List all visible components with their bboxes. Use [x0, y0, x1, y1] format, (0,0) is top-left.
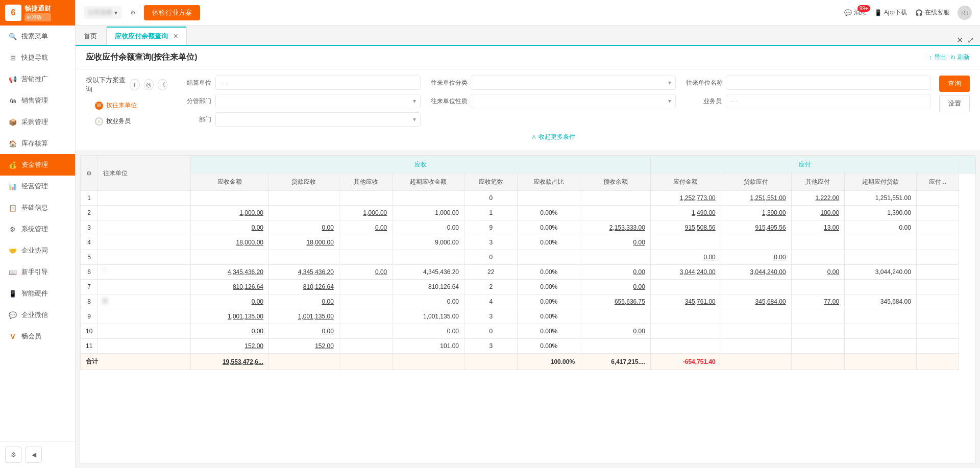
settlement-input[interactable]: ···: [215, 76, 421, 90]
table-cell[interactable]: 1,252,773.00: [650, 191, 721, 206]
table-cell[interactable]: 345,761.00: [650, 294, 721, 309]
table-cell[interactable]: 152.00: [191, 339, 269, 354]
table-cell[interactable]: 655,636.75: [580, 294, 651, 309]
sidebar-item-system[interactable]: ⚙ 系统管理: [0, 218, 75, 240]
sidebar-item-guide[interactable]: 📖 新手引导: [0, 261, 75, 283]
tab-expand-icon[interactable]: ⤢: [967, 35, 974, 45]
table-cell: [791, 309, 844, 324]
sidebar-item-quick[interactable]: ⊞ 快捷导航: [0, 47, 75, 68]
partner-name-label: 往来单位名称: [686, 79, 722, 87]
table-cell[interactable]: 1,490.00: [650, 206, 721, 220]
user-avatar[interactable]: Rit: [958, 6, 972, 20]
table-cell[interactable]: 0.00: [268, 220, 339, 235]
table-cell: 9: [464, 220, 518, 235]
sidebar-item-marketing[interactable]: 📢 营销推广: [0, 68, 75, 90]
promo-button[interactable]: 体验行业方案: [144, 5, 200, 20]
settings-button[interactable]: ⚙: [5, 447, 21, 463]
sub-dept-input[interactable]: ▾: [215, 112, 421, 127]
sidebar-item-finance[interactable]: 💰 资金管理: [0, 154, 75, 176]
table-cell[interactable]: 915,508.56: [650, 220, 721, 235]
table-row: 30.000.000.000.0090.00%2,153,333.00915,5…: [81, 220, 975, 235]
table-cell[interactable]: 0.00: [191, 324, 269, 339]
table-cell[interactable]: 0.00: [580, 265, 651, 280]
table-cell[interactable]: 0.00: [580, 235, 651, 250]
dept-input[interactable]: ▾: [215, 94, 421, 108]
sidebar-item-enterprise[interactable]: 🤝 企业协同: [0, 240, 75, 261]
export-button[interactable]: ↑ 导出: [929, 53, 946, 62]
table-cell[interactable]: 152.00: [268, 339, 339, 354]
table-settings-col[interactable]: ⚙: [81, 156, 98, 191]
table-cell[interactable]: 0.00: [721, 250, 791, 265]
partner-category-input[interactable]: ▾: [471, 76, 676, 90]
sidebar-item-wechat[interactable]: 💬 企业微信: [0, 304, 75, 326]
table-cell[interactable]: 0.00: [339, 220, 392, 235]
sidebar-item-purchase[interactable]: 📦 采购管理: [0, 111, 75, 133]
query-button[interactable]: 查询: [939, 76, 970, 92]
filter-collapse-button[interactable]: 《: [158, 79, 167, 90]
salesman-input[interactable]: ···: [726, 94, 931, 108]
table-cell[interactable]: 0.00: [268, 294, 339, 309]
sidebar-item-sales[interactable]: 🛍 销售管理: [0, 90, 75, 111]
online-service-button[interactable]: 🎧 在线客服: [915, 8, 949, 17]
table-cell[interactable]: 345,684.00: [721, 294, 791, 309]
refresh-button[interactable]: ↻ 刷新: [950, 53, 970, 62]
filter-field-dept: 分管部门 ▾: [176, 94, 421, 108]
table-cell[interactable]: 1,000.00: [191, 206, 269, 220]
tab-ar-ap[interactable]: 应收应付余额查询 ✕: [106, 27, 187, 45]
filter-more-button[interactable]: ∧ 收起更多条件: [176, 130, 931, 144]
footer-ar-amount[interactable]: 19,553,472,6...: [191, 354, 269, 370]
filter-add-button[interactable]: +: [130, 79, 139, 90]
table-cell[interactable]: 0.00: [268, 324, 339, 339]
table-cell[interactable]: 18,000.00: [268, 235, 339, 250]
table-cell[interactable]: 0.00: [580, 280, 651, 294]
sidebar-item-search[interactable]: 🔍 搜索菜单: [0, 26, 75, 47]
table-cell[interactable]: 3,044,240.00: [721, 265, 791, 280]
collapse-button[interactable]: ◀: [26, 447, 42, 463]
sidebar-item-basic[interactable]: 📋 基础信息: [0, 197, 75, 218]
table-cell[interactable]: 0.00: [650, 250, 721, 265]
scheme-by-salesman[interactable]: ○ 按业务员: [91, 115, 167, 128]
table-cell[interactable]: 0.00: [191, 294, 269, 309]
table-cell[interactable]: 4,345,436.20: [268, 265, 339, 280]
table-cell[interactable]: 4,345,436.20: [191, 265, 269, 280]
table-header-ar-count: 应收笔数: [464, 174, 518, 191]
sidebar-label-basic: 基础信息: [21, 203, 48, 212]
table-cell[interactable]: 13.00: [791, 220, 844, 235]
table-cell[interactable]: 915,495.56: [721, 220, 791, 235]
table-cell[interactable]: 1,000.00: [339, 206, 392, 220]
table-cell[interactable]: 810,126.64: [191, 280, 269, 294]
table-cell: [393, 250, 464, 265]
scheme-by-partner[interactable]: W 按往来单位: [91, 99, 167, 112]
table-cell[interactable]: 1,390.00: [721, 206, 791, 220]
table-cell[interactable]: 3,044,240.00: [650, 265, 721, 280]
partner-name-input[interactable]: [726, 76, 931, 90]
sidebar-item-member[interactable]: V 畅会员: [0, 326, 75, 347]
topbar-gear-button[interactable]: ⚙: [126, 6, 140, 20]
table-cell[interactable]: 18,000.00: [191, 235, 269, 250]
company-selector[interactable]: 公司名称 ▾: [84, 6, 121, 19]
app-download-button[interactable]: 📱 App下载: [874, 8, 907, 17]
tab-home[interactable]: 首页: [76, 28, 105, 45]
table-cell[interactable]: 77.00: [791, 294, 844, 309]
table-cell[interactable]: 1,222.00: [791, 191, 844, 206]
sidebar-item-warehouse[interactable]: 🏠 库存核算: [0, 133, 75, 154]
table-cell[interactable]: 810,126.64: [268, 280, 339, 294]
table-cell[interactable]: 2,153,333.00: [580, 220, 651, 235]
tab-close-all-icon[interactable]: ✕: [957, 35, 963, 45]
filter-settings-button[interactable]: ◎: [144, 79, 154, 90]
sidebar-item-hardware[interactable]: 📱 智能硬件: [0, 283, 75, 304]
table-cell[interactable]: 0.00: [580, 324, 651, 339]
table-cell[interactable]: 1,001,135.00: [191, 309, 269, 324]
table-cell[interactable]: 0.00: [191, 220, 269, 235]
message-button[interactable]: 💬 消息 99+: [844, 8, 866, 17]
partner-nature-input[interactable]: ▾: [471, 94, 676, 108]
table-cell[interactable]: 1,001,135.00: [268, 309, 339, 324]
footer-ap-amount: -654,751.40: [650, 354, 721, 370]
sidebar-item-operation[interactable]: 📊 经营管理: [0, 176, 75, 197]
tab-close-icon[interactable]: ✕: [173, 33, 178, 40]
table-cell[interactable]: 0.00: [339, 265, 392, 280]
table-cell[interactable]: 100.00: [791, 206, 844, 220]
table-cell[interactable]: 1,251,551.00: [721, 191, 791, 206]
settings-button2[interactable]: 设置: [939, 95, 970, 112]
table-cell[interactable]: 0.00: [791, 265, 844, 280]
